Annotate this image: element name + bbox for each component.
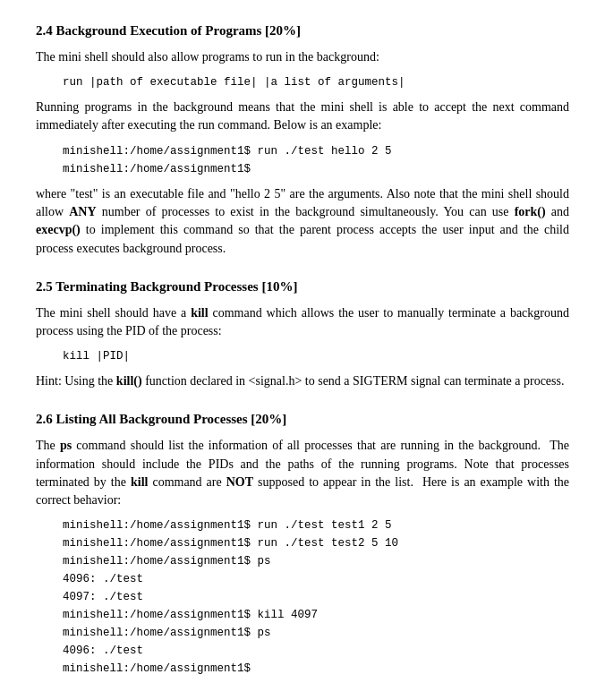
section-2-6: 2.6 Listing All Background Processes [20… bbox=[36, 410, 569, 678]
section-2-6-para-1: The ps command should list the informati… bbox=[36, 437, 569, 509]
section-heading-2-6: 2.6 Listing All Background Processes [20… bbox=[36, 410, 569, 430]
code-block-ps-example: minishell:/home/assignment1$ run ./test … bbox=[63, 516, 569, 678]
code-block-run-example: minishell:/home/assignment1$ run ./test … bbox=[63, 142, 569, 178]
code-block-kill-syntax: kill |PID| bbox=[63, 347, 569, 365]
section-2-4-para-3: where "test" is an executable file and "… bbox=[36, 185, 569, 258]
section-2-4-para-2: Running programs in the background means… bbox=[36, 98, 569, 135]
document-body: 2.4 Background Execution of Programs [20… bbox=[36, 21, 569, 700]
section-heading-2-4: 2.4 Background Execution of Programs [20… bbox=[36, 21, 569, 41]
code-block-run-syntax: run |path of executable file| |a list of… bbox=[63, 73, 569, 91]
section-2-5: 2.5 Terminating Background Processes [10… bbox=[36, 277, 569, 391]
section-2-4: 2.4 Background Execution of Programs [20… bbox=[36, 21, 569, 258]
section-2-5-hint: Hint: Using the kill() function declared… bbox=[36, 372, 569, 390]
section-heading-2-5: 2.5 Terminating Background Processes [10… bbox=[36, 277, 569, 297]
section-2-4-para-1: The mini shell should also allow program… bbox=[36, 48, 569, 66]
section-2-5-para-1: The mini shell should have a kill comman… bbox=[36, 304, 569, 341]
